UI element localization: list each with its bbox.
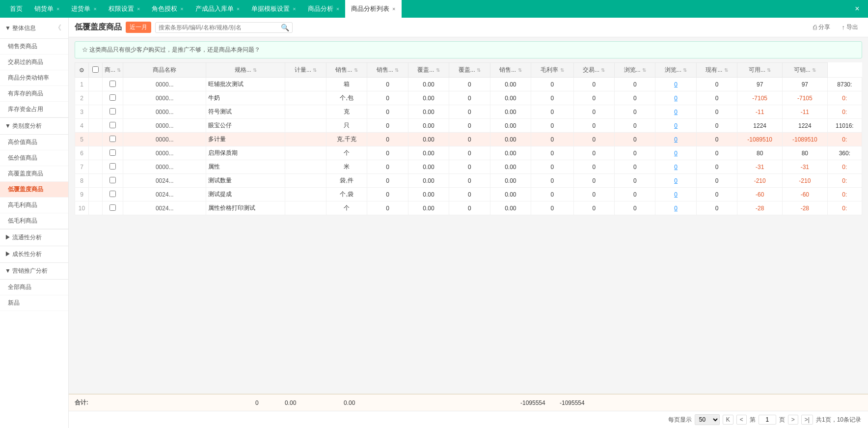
sidebar-item-stocked-goods[interactable]: 有库存的商品 (0, 86, 68, 102)
row-checkbox-cell-5[interactable] (103, 146, 123, 160)
sidebar-item-new-goods[interactable]: 新品 (0, 295, 68, 311)
row-checkbox-cell-2[interactable] (103, 105, 123, 119)
nav-item-roles[interactable]: 角色授权 × (146, 0, 189, 18)
row-browse1-4[interactable]: 0 (655, 133, 696, 146)
row-browse1-8[interactable]: 0 (655, 188, 696, 201)
nav-item-analysis-list[interactable]: 商品分析列表 × (345, 0, 401, 18)
sidebar-item-sales-goods[interactable]: 销售类商品 (0, 39, 68, 55)
row-checkbox-cell-9[interactable] (103, 201, 123, 215)
row-checkbox-9[interactable] (109, 204, 116, 211)
sidebar-collapse-button[interactable]: 《 (53, 22, 63, 34)
row-settings-4[interactable] (89, 133, 103, 146)
sidebar-item-inventory-capital[interactable]: 库存资金占用 (0, 102, 68, 117)
sidebar-item-low-profit[interactable]: 低毛利商品 (0, 213, 68, 229)
row-checkbox-5[interactable] (109, 149, 116, 156)
row-browse1-6[interactable]: 0 (655, 160, 696, 174)
prev-page-button[interactable]: < (736, 415, 747, 425)
sellable-col-header[interactable]: 可销... ⇅ (783, 63, 828, 78)
settings-col-header[interactable]: ⚙ (75, 63, 89, 78)
row-checkbox-1[interactable] (109, 94, 116, 101)
row-browse1-1[interactable]: 0 (655, 91, 696, 105)
nav-templates-close[interactable]: × (293, 6, 296, 12)
export-button[interactable]: ↑ 导出 (838, 22, 863, 33)
row-browse1-7[interactable]: 0 (655, 174, 696, 188)
row-checkbox-2[interactable] (109, 108, 116, 114)
page-number-input[interactable] (759, 415, 776, 425)
available-col-header[interactable]: 可用... ⇅ (737, 63, 783, 78)
nav-sales-close[interactable]: × (56, 6, 59, 12)
sidebar-item-all-goods[interactable]: 全部商品 (0, 280, 68, 295)
row-settings-2[interactable] (89, 105, 103, 119)
row-checkbox-cell-3[interactable] (103, 119, 123, 133)
per-page-select[interactable]: 50 10 20 100 (695, 414, 720, 425)
row-checkbox-4[interactable] (109, 136, 116, 142)
nav-item-sales[interactable]: 销货单 × (28, 0, 65, 18)
spec-col-header[interactable]: 规格... ⇅ (206, 63, 285, 78)
row-checkbox-cell-6[interactable] (103, 160, 123, 174)
row-browse1-5[interactable]: 0 (655, 146, 696, 160)
row-checkbox-cell-8[interactable] (103, 188, 123, 201)
name-col-header[interactable]: 商品名称 (123, 63, 206, 78)
row-settings-1[interactable] (89, 91, 103, 105)
nav-purchase-close[interactable]: × (93, 6, 96, 12)
current-col-header[interactable]: 现有... ⇅ (696, 63, 737, 78)
sales-qty-col-header[interactable]: 销售... ⇅ (326, 63, 367, 78)
row-checkbox-cell-7[interactable] (103, 174, 123, 188)
unit-col-header[interactable]: 计量... ⇅ (285, 63, 326, 78)
search-icon[interactable]: 🔍 (281, 24, 289, 31)
code-col-header[interactable]: 商... ⇅ (103, 63, 123, 78)
row-checkbox-6[interactable] (109, 163, 116, 170)
nav-permissions-close[interactable]: × (137, 6, 140, 12)
nav-warehouse-close[interactable]: × (237, 6, 240, 12)
window-close-button[interactable]: × (850, 2, 864, 16)
share-button[interactable]: ⎙ 分享 (809, 22, 834, 33)
row-checkbox-8[interactable] (109, 191, 116, 197)
row-settings-8[interactable] (89, 188, 103, 201)
cover2-col-header[interactable]: 覆盖... ⇅ (449, 63, 490, 78)
checkbox-col-header[interactable] (89, 63, 103, 78)
row-settings-5[interactable] (89, 146, 103, 160)
period-button[interactable]: 近一月 (126, 22, 151, 33)
sidebar-item-category-rate[interactable]: 商品分类动销率 (0, 70, 68, 86)
search-box[interactable]: 🔍 (155, 22, 293, 33)
row-checkbox-0[interactable] (109, 81, 116, 87)
sidebar-item-high-value[interactable]: 高价值商品 (0, 135, 68, 150)
row-settings-3[interactable] (89, 119, 103, 133)
row-checkbox-cell-1[interactable] (103, 91, 123, 105)
sidebar-item-high-coverage[interactable]: 高覆盖度商品 (0, 166, 68, 182)
row-checkbox-3[interactable] (109, 122, 116, 128)
nav-item-analysis[interactable]: 商品分析 × (302, 0, 345, 18)
nav-item-permissions[interactable]: 权限设置 × (103, 0, 146, 18)
row-settings-6[interactable] (89, 160, 103, 174)
search-input[interactable] (159, 24, 281, 31)
sidebar-item-low-value[interactable]: 低价值商品 (0, 150, 68, 166)
next-page-button[interactable]: > (788, 415, 798, 425)
row-settings-7[interactable] (89, 174, 103, 188)
sidebar-item-traded-goods[interactable]: 交易过的商品 (0, 55, 68, 70)
nav-item-purchase[interactable]: 进货单 × (65, 0, 102, 18)
nav-item-warehouse[interactable]: 产成品入库单 × (190, 0, 245, 18)
row-checkbox-7[interactable] (109, 177, 116, 183)
row-settings-0[interactable] (89, 78, 103, 91)
select-all-checkbox[interactable] (92, 66, 99, 73)
sidebar-item-high-profit[interactable]: 高毛利商品 (0, 198, 68, 213)
nav-analysis-close[interactable]: × (336, 6, 339, 12)
row-browse1-0[interactable]: 0 (655, 78, 696, 91)
sales3-col-header[interactable]: 销售... ⇅ (490, 63, 531, 78)
trade-col-header[interactable]: 交易... ⇅ (573, 63, 614, 78)
nav-item-templates[interactable]: 单据模板设置 × (245, 0, 301, 18)
browse1-col-header[interactable]: 浏览... ⇅ (615, 63, 655, 78)
sidebar-item-low-coverage[interactable]: 低覆盖度商品 (0, 182, 68, 198)
gross-col-header[interactable]: 毛利率 ⇅ (531, 63, 574, 78)
row-checkbox-cell-0[interactable] (103, 78, 123, 91)
nav-item-home[interactable]: 首页 (4, 0, 28, 18)
browse2-col-header[interactable]: 浏览... ⇅ (655, 63, 696, 78)
nav-analysis-list-close[interactable]: × (392, 6, 395, 12)
first-page-button[interactable]: K (723, 415, 733, 425)
row-checkbox-cell-4[interactable] (103, 133, 123, 146)
last-page-button[interactable]: >| (801, 415, 813, 425)
row-browse1-9[interactable]: 0 (655, 201, 696, 215)
nav-roles-close[interactable]: × (180, 6, 183, 12)
row-settings-9[interactable] (89, 201, 103, 215)
sales-amt-col-header[interactable]: 销售... ⇅ (367, 63, 408, 78)
